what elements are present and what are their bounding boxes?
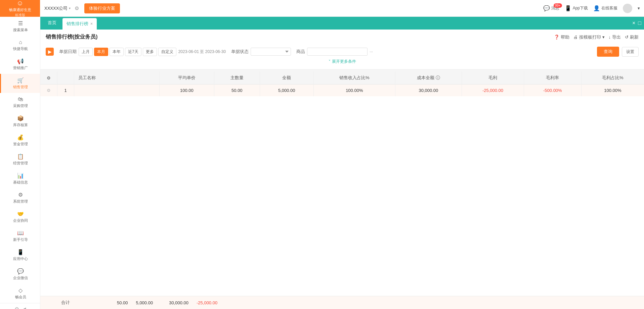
company-selector[interactable]: XXXXX公司 ▾ [44, 5, 71, 11]
refresh-icon: ↺ [625, 35, 629, 40]
print-chevron-icon: ▾ [602, 35, 605, 40]
table-settings-icon[interactable]: ⚙ [47, 75, 51, 81]
th-settings: ⚙ [40, 71, 57, 85]
sidebar-item-operation[interactable]: 📋 经营管理 [0, 150, 40, 169]
filter-settings-button[interactable]: 设置 [622, 47, 639, 57]
sidebar-label-appcenter: 应用中心 [13, 256, 28, 261]
filter-toggle-icon: ▶ [48, 49, 52, 54]
member-icon: ◇ [18, 287, 23, 294]
online-service-button[interactable]: 👤 在线客服 [593, 5, 617, 11]
sidebar-item-basic[interactable]: 📊 基础信息 [0, 169, 40, 188]
appcenter-icon: 📱 [17, 249, 24, 255]
tab-home[interactable]: 首页 [43, 17, 61, 30]
filter-toggle-button[interactable]: ▶ [46, 48, 54, 56]
period-last-month[interactable]: 上月 [79, 48, 93, 56]
company-chevron-icon: ▾ [69, 6, 71, 10]
sidebar-item-appcenter[interactable]: 📱 应用中心 [0, 246, 40, 265]
export-label: 导出 [612, 34, 621, 40]
sidebar-item-sales[interactable]: 🛒 销售管理 [0, 74, 40, 93]
tab-sales-ranking[interactable]: 销售排行榜 × [62, 18, 97, 30]
period-more[interactable]: 更多 [143, 48, 157, 56]
th-cost: 成本全额 ⓘ [395, 71, 462, 85]
sales-icon: 🛒 [17, 77, 24, 84]
topbar-right: 💬 消息 99+ 📱 App下载 👤 在线客服 ▾ [543, 4, 640, 13]
page-actions: ❓ 帮助 🖨 按模板打印 ▾ ↓ 导出 ↺ 刷新 [554, 34, 639, 40]
td-qty: 50.00 [214, 85, 260, 97]
app-download-label: App下载 [573, 5, 588, 11]
tab-close-icon[interactable]: × [90, 21, 93, 26]
sidebar-label-operation: 经营管理 [13, 161, 28, 166]
topbar: XXXXX公司 ▾ ⚙ 体验行业方案 💬 消息 99+ 📱 App下载 👤 在线… [40, 0, 644, 17]
sidebar-item-quicknav[interactable]: ⌂ 快捷导航 [0, 36, 40, 55]
sidebar-label-search: 搜索菜单 [13, 28, 28, 33]
sidebar-item-system[interactable]: ⚙ 系统管理 [0, 188, 40, 207]
sidebar-item-collab[interactable]: 🤝 企业协同 [0, 207, 40, 226]
row-settings-icon[interactable]: ⚙ [47, 88, 51, 93]
sidebar-item-member[interactable]: ◇ 畅会员 [0, 284, 40, 303]
goods-more-icon[interactable]: ··· [370, 49, 373, 54]
footer-profit: -25,000.00 [192, 300, 221, 305]
export-button[interactable]: ↓ 导出 [609, 34, 621, 40]
avatar[interactable] [623, 4, 632, 13]
bottom-settings-icon[interactable]: ⚙ [14, 306, 19, 309]
sidebar-label-member: 畅会员 [15, 295, 26, 300]
status-select[interactable] [251, 48, 291, 56]
sidebar-item-wechat[interactable]: 💬 企业微信 [0, 265, 40, 284]
th-qty: 主数量 [214, 71, 260, 85]
message-badge: 99+ [554, 3, 562, 8]
sidebar-label-wechat: 企业微信 [13, 275, 28, 280]
sidebar-bottom: ⚙ ◀ [0, 303, 40, 309]
tab-active-label: 销售排行榜 [67, 21, 88, 27]
guide-icon: 📖 [17, 230, 24, 236]
period-this-month[interactable]: 本月 [94, 48, 108, 56]
collab-icon: 🤝 [17, 211, 24, 217]
topbar-settings-icon[interactable]: ⚙ [75, 5, 79, 11]
main-area: XXXXX公司 ▾ ⚙ 体验行业方案 💬 消息 99+ 📱 App下载 👤 在线… [40, 0, 644, 309]
filter-bar: ▶ 单据日期 上月 本月 本年 [40, 43, 644, 69]
page-title: 销售排行榜(按业务员) [46, 34, 98, 41]
bottom-collapse-icon[interactable]: ◀ [22, 306, 26, 309]
username: ▾ [638, 6, 640, 11]
filter-group-goods: 商品 ··· [296, 48, 373, 56]
sidebar-item-purchase[interactable]: 🛍 采购管理 [0, 93, 40, 112]
td-profit-pct: 100.00% [581, 85, 644, 97]
table-header-row: ⚙ 员工名称 平均单价 主数量 全额 销售收入占比% 成本全额 ⓘ 毛利 毛利率… [40, 71, 644, 85]
help-button[interactable]: ❓ 帮助 [554, 34, 569, 40]
app-download-button[interactable]: 📱 App下载 [565, 5, 588, 11]
sidebar-item-search[interactable]: ☰ 搜索菜单 [0, 17, 40, 36]
sidebar-item-finance[interactable]: 💰 资金管理 [0, 131, 40, 150]
wechat-icon: 💬 [17, 268, 24, 274]
period-7days[interactable]: 近7天 [125, 48, 141, 56]
tab-bar-expand-icon[interactable]: □ [638, 20, 641, 26]
expand-more-conditions[interactable]: ˅ 展开更多条件 [46, 57, 639, 66]
sidebar-label-marketing: 营销推广 [13, 65, 28, 70]
help-icon: ❓ [554, 35, 559, 40]
trial-button[interactable]: 体验行业方案 [84, 3, 120, 13]
query-button[interactable]: 查询 [597, 47, 619, 57]
filter-group-date: 单据日期 上月 本月 本年 近7天 [59, 48, 226, 56]
tab-bar-close-icon[interactable]: × [632, 20, 635, 26]
sidebar-item-marketing[interactable]: 📢 营销推广 [0, 55, 40, 74]
footer-label: 合计 [44, 300, 105, 306]
export-icon: ↓ [609, 35, 611, 40]
filter-row-main: ▶ 单据日期 上月 本月 本年 [46, 47, 639, 57]
th-profit-pct: 毛利占比% [581, 71, 644, 85]
period-this-year[interactable]: 本年 [110, 48, 124, 56]
print-label: 按模板打印 [579, 34, 601, 40]
sidebar-item-guide[interactable]: 📖 新手引导 [0, 226, 40, 246]
period-custom[interactable]: 自定义 [158, 48, 176, 56]
print-button[interactable]: 🖨 按模板打印 ▾ [573, 34, 605, 40]
sidebar-label-finance: 资金管理 [13, 142, 28, 147]
app-download-icon: 📱 [565, 5, 571, 11]
sidebar-item-inventory[interactable]: 📦 库存核算 [0, 112, 40, 131]
goods-input[interactable] [307, 48, 368, 56]
td-name [74, 85, 159, 97]
table-row: ⚙ 1 100.00 50.00 5,000.00 100.00% 30,000… [40, 85, 644, 97]
sidebar-label-system: 系统管理 [13, 199, 28, 204]
footer-qty: 50.00 [113, 300, 132, 305]
th-profit-rate: 毛利率 [524, 71, 581, 85]
refresh-button[interactable]: ↺ 刷新 [625, 34, 639, 40]
td-cost: 30,000.00 [395, 85, 462, 97]
message-button[interactable]: 💬 消息 99+ [543, 5, 559, 11]
company-name: XXXXX公司 [44, 5, 68, 11]
